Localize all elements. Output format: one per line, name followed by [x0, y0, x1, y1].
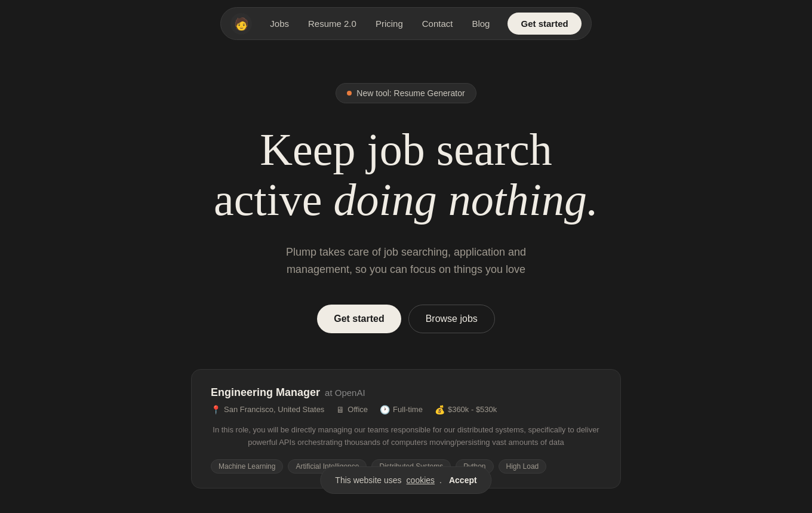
job-workplace-text: Office — [347, 405, 368, 414]
job-card-header: Engineering Manager at OpenAI — [211, 386, 601, 399]
job-tag-ml: Machine Learning — [211, 459, 283, 474]
location-icon: 📍 — [211, 405, 221, 414]
cookie-link[interactable]: cookies — [407, 475, 435, 485]
nav-blog[interactable]: Blog — [463, 15, 498, 32]
nav-contact[interactable]: Contact — [414, 15, 462, 32]
job-workplace: 🖥 Office — [336, 405, 368, 414]
clock-icon: 🕐 — [380, 405, 390, 414]
nav-links: Jobs Resume 2.0 Pricing Contact Blog — [262, 15, 498, 32]
badge-dot-icon — [347, 91, 352, 96]
navbar: 🧑 Jobs Resume 2.0 Pricing Contact Blog G… — [0, 0, 812, 47]
job-tag-highload: High Load — [499, 459, 547, 474]
job-meta: 📍 San Francisco, United States 🖥 Office … — [211, 405, 601, 414]
nav-get-started-button[interactable]: Get started — [508, 13, 581, 35]
job-company: at OpenAI — [325, 388, 365, 398]
hero-browse-jobs-button[interactable]: Browse jobs — [408, 305, 495, 333]
nav-resume[interactable]: Resume 2.0 — [300, 15, 365, 32]
logo[interactable]: 🧑 — [230, 13, 252, 35]
hero-buttons: Get started Browse jobs — [317, 305, 495, 333]
job-location: 📍 San Francisco, United States — [211, 405, 324, 414]
hero-get-started-button[interactable]: Get started — [317, 305, 401, 333]
job-location-text: San Francisco, United States — [224, 405, 324, 414]
job-salary-text: $360k - $530k — [448, 405, 497, 414]
job-title: Engineering Manager — [211, 386, 320, 399]
cookie-banner: This website uses cookies . Accept — [320, 466, 491, 494]
job-description: In this role, you will be directly manag… — [211, 424, 601, 449]
nav-pricing[interactable]: Pricing — [367, 15, 411, 32]
new-tool-badge[interactable]: New tool: Resume Generator — [336, 83, 476, 103]
badge-text: New tool: Resume Generator — [356, 88, 465, 98]
office-icon: 🖥 — [336, 405, 345, 414]
nav-jobs[interactable]: Jobs — [262, 15, 297, 32]
logo-icon: 🧑 — [234, 17, 249, 31]
cookie-text: This website uses — [335, 475, 401, 485]
hero-section: New tool: Resume Generator Keep job sear… — [0, 47, 812, 512]
hero-title: Keep job search active doing nothing. — [214, 125, 598, 225]
job-type: 🕐 Full-time — [380, 405, 423, 414]
cookie-accept-button[interactable]: Accept — [449, 475, 477, 485]
money-icon: 💰 — [435, 405, 445, 414]
job-type-text: Full-time — [393, 405, 423, 414]
job-salary: 💰 $360k - $530k — [435, 405, 497, 414]
cookie-separator: . — [439, 475, 442, 485]
hero-subtitle: Plump takes care of job searching, appli… — [286, 244, 526, 278]
